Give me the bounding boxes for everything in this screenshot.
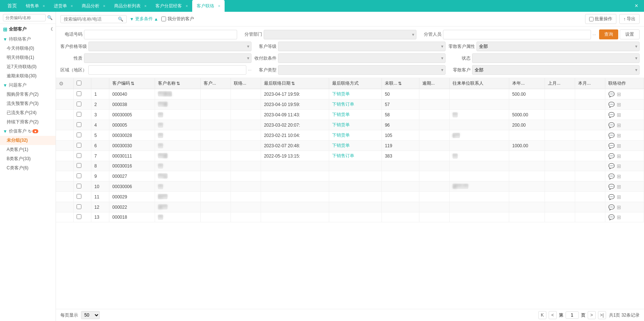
nav-product-analysis-list[interactable]: 商品分析列表 × [110,0,151,12]
sidebar-item-ungrouped[interactable]: 未分组(32) [0,136,56,145]
row-checkbox[interactable] [77,102,81,106]
chat-icon[interactable]: 💬 [608,163,615,169]
qr-icon[interactable]: ⊞ [617,173,621,179]
page-size-select[interactable]: 20 50 100 [81,311,100,319]
nav-customer-tier-close[interactable]: × [186,4,188,8]
qr-icon[interactable]: ⊞ [617,194,621,200]
contact-method-link[interactable]: 下销货单 [332,122,350,127]
cell-checkbox[interactable] [73,192,91,202]
first-page-button[interactable]: K [538,311,546,319]
cell-checkbox[interactable] [73,202,91,212]
cell-checkbox[interactable] [73,120,91,130]
sidebar-pending-group[interactable]: ▼ 待联络客户 [0,35,56,44]
chat-icon[interactable]: 💬 [608,153,615,159]
manager-input[interactable] [443,30,591,39]
dept-select[interactable] [264,30,417,39]
nav-sales[interactable]: 销售单 × [21,0,49,12]
qr-icon[interactable]: ⊞ [617,204,621,210]
contact-method-link[interactable]: 下销售订单 [332,153,354,158]
prev-page-button[interactable]: < [549,311,557,319]
cell-checkbox[interactable] [73,151,91,161]
qr-icon[interactable]: ⊞ [617,214,621,220]
my-customers-check[interactable] [161,17,166,21]
row-checkbox[interactable] [77,163,81,168]
row-checkbox[interactable] [77,214,81,219]
sidebar-search-input[interactable] [3,14,46,21]
batch-operation-button[interactable]: 批量操作 [585,14,616,24]
sidebar-item-churn-warning[interactable]: 流失预警客户(3) [0,99,56,108]
nav-product-analysis-close[interactable]: × [103,4,105,8]
sidebar-item-overdue[interactable]: 逾期未联络(30) [0,71,56,81]
qr-icon[interactable]: ⊞ [617,102,621,107]
sidebar-all-customers[interactable]: ⊞ 全部客户 《 [0,24,56,35]
qr-icon[interactable]: ⊞ [617,143,621,149]
more-conditions-button[interactable]: ▼ 更多条件 ▲ [130,16,158,22]
nav-product-analysis[interactable]: 商品分析 × [77,0,110,12]
row-checkbox[interactable] [77,112,81,117]
chat-icon[interactable]: 💬 [608,214,615,220]
phone-input[interactable] [84,30,237,39]
row-checkbox[interactable] [77,194,81,199]
col-settings[interactable]: ⚙ [56,78,73,89]
cell-checkbox[interactable] [73,161,91,171]
chat-icon[interactable]: 💬 [608,91,615,97]
row-checkbox[interactable] [77,143,81,148]
sidebar-item-hoarding[interactable]: 囤购异常客户(2) [0,90,56,99]
sidebar-value-group[interactable]: ▼ 价值客户 ↻ ● [0,127,56,136]
chat-icon[interactable]: 💬 [608,204,615,210]
qr-icon[interactable]: ⊞ [617,184,621,190]
chat-icon[interactable]: 💬 [608,194,615,200]
filter-search-input[interactable] [64,17,118,22]
qr-icon[interactable]: ⊞ [617,112,621,118]
page-number-input[interactable] [566,311,579,319]
col-name[interactable]: 客户名称⇅ [155,78,200,89]
row-checkbox[interactable] [77,184,81,188]
nav-customer-contact[interactable]: 客户联络 × [192,0,225,12]
cell-checkbox[interactable] [73,171,91,181]
export-button[interactable]: ↑ 导出 [619,14,640,24]
query-button[interactable]: 查询 [599,29,618,39]
region-input[interactable] [88,65,246,75]
price-level-select[interactable] [88,42,251,51]
region-more-icon[interactable]: ··· [248,67,251,73]
status-select[interactable] [472,53,640,63]
retail-customer-select[interactable]: 全部 [472,65,640,75]
filter-search-box[interactable]: 🔍 [60,15,127,23]
gender-select[interactable] [84,53,251,63]
qr-icon[interactable]: ⊞ [617,91,621,97]
payment-select[interactable] [278,53,446,63]
cell-checkbox[interactable] [73,212,91,222]
nav-purchase[interactable]: 进货单 × [49,0,77,12]
qr-icon[interactable]: ⊞ [617,163,621,169]
row-checkbox[interactable] [77,122,81,127]
customer-level-select[interactable] [278,42,446,51]
my-customers-checkbox[interactable]: 我分管的客户 [161,16,194,22]
filter-search-icon[interactable]: 🔍 [118,17,123,22]
nav-home[interactable]: 首页 [3,0,21,12]
chat-icon[interactable]: 💬 [608,122,615,128]
row-checkbox[interactable] [77,133,81,137]
select-all-checkbox[interactable] [77,81,81,85]
chat-icon[interactable]: 💬 [608,184,615,190]
nav-customer-tier[interactable]: 客户分层经客 × [151,0,192,12]
batch-check[interactable] [589,17,594,21]
next-page-button[interactable]: > [588,311,596,319]
chat-icon[interactable]: 💬 [608,143,615,149]
col-last-contact-date[interactable]: 最后联络日期⇅ [261,78,329,89]
sidebar-item-churned[interactable]: 已流失客户(24) [0,108,56,117]
contact-method-link[interactable]: 下销货单 [332,133,350,138]
sidebar-item-class-c[interactable]: C类客户(6) [0,163,56,173]
contact-method-link[interactable]: 下销货单 [332,112,350,117]
sidebar-problem-group[interactable]: ▼ 问题客户 [0,81,56,90]
cell-checkbox[interactable] [73,130,91,141]
cell-checkbox[interactable] [73,181,91,192]
row-checkbox[interactable] [77,204,81,209]
cell-checkbox[interactable] [73,141,91,151]
contact-method-link[interactable]: 下销货单 [332,143,350,148]
col-no-contact-days[interactable]: 未联...⇅ [382,78,419,89]
sidebar-item-today[interactable]: 今天待联络(0) [0,44,56,53]
qr-icon[interactable]: ⊞ [617,122,621,128]
chat-icon[interactable]: 💬 [608,173,615,179]
cell-checkbox[interactable] [73,99,91,110]
retail-attr-select[interactable]: 全部 [476,42,640,51]
